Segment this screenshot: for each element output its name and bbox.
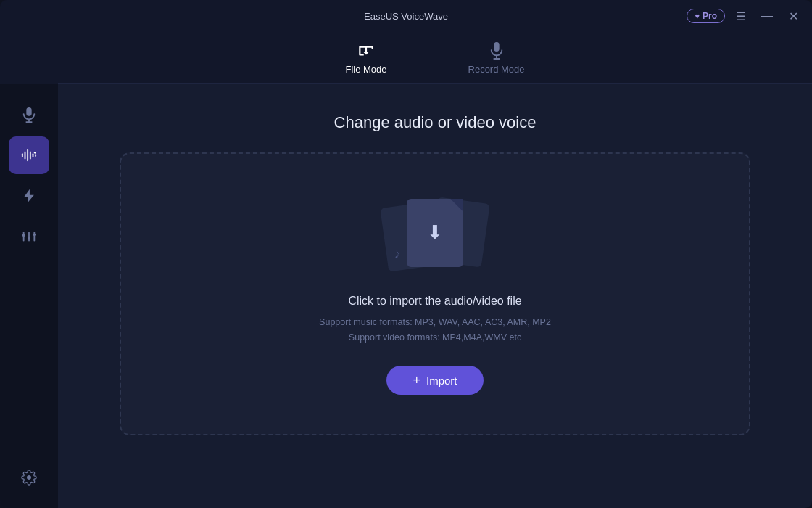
sidebar-item-microphone[interactable] <box>9 96 49 134</box>
pro-label: Pro <box>703 11 717 21</box>
sidebar-item-equalizer[interactable] <box>9 218 49 255</box>
svg-rect-13 <box>23 232 25 242</box>
waveform-icon <box>21 147 37 163</box>
tab-file-mode[interactable]: File Mode <box>334 35 398 81</box>
tab-record-mode[interactable]: Record Mode <box>457 35 536 81</box>
gear-icon <box>21 470 37 486</box>
svg-rect-9 <box>30 152 31 160</box>
sidebar-item-settings[interactable] <box>9 459 49 496</box>
svg-rect-3 <box>26 107 31 116</box>
svg-rect-7 <box>25 152 26 160</box>
tab-file-mode-label: File Mode <box>345 64 386 75</box>
flash-icon <box>21 188 37 204</box>
sidebar-item-effects[interactable] <box>9 177 49 215</box>
svg-rect-16 <box>28 237 30 240</box>
menu-icon: ☰ <box>736 9 746 23</box>
download-icon: ⬇ <box>427 221 443 244</box>
svg-point-12 <box>34 152 36 154</box>
svg-rect-6 <box>22 153 23 157</box>
menu-button[interactable]: ☰ <box>731 6 751 26</box>
drop-zone-title: Click to import the audio/video file <box>348 295 521 308</box>
svg-rect-8 <box>27 149 28 162</box>
svg-rect-11 <box>35 154 36 157</box>
microphone-icon <box>21 107 37 123</box>
page-title: Change audio or video voice <box>334 113 536 132</box>
record-mode-icon <box>486 41 507 61</box>
music-note-icon: ♪ <box>393 246 402 262</box>
pro-heart-icon: ♥ <box>695 12 700 20</box>
svg-rect-10 <box>33 153 34 157</box>
import-button-label: Import <box>426 374 457 387</box>
content-area: Change audio or video voice ♪ ⬇ Click to… <box>58 84 812 508</box>
close-icon: ✕ <box>789 9 798 23</box>
sidebar <box>0 84 58 508</box>
file-illustration: ♪ ⬇ <box>384 193 486 280</box>
svg-point-19 <box>27 475 31 480</box>
svg-rect-0 <box>494 42 499 52</box>
app-title: EasеUS VoiceWave <box>364 11 448 22</box>
title-bar: EasеUS VoiceWave ♥ Pro ☰ — ✕ <box>0 0 812 32</box>
drop-zone[interactable]: ♪ ⬇ Click to import the audio/video file… <box>120 152 750 435</box>
app-window: EasеUS VoiceWave ♥ Pro ☰ — ✕ F <box>0 0 812 508</box>
file-mode-icon <box>356 41 376 61</box>
drop-zone-subtitle-formats-video: Support video formats: MP4,M4A,WMV etc <box>349 330 521 345</box>
window-controls: ♥ Pro ☰ — ✕ <box>687 6 803 26</box>
sidebar-item-voice-changer[interactable] <box>9 136 49 174</box>
import-button[interactable]: + Import <box>386 366 483 395</box>
sliders-icon <box>21 229 37 245</box>
svg-rect-18 <box>33 233 36 236</box>
minimize-button[interactable]: — <box>757 6 777 26</box>
import-plus-icon: + <box>413 374 420 387</box>
close-button[interactable]: ✕ <box>783 6 803 26</box>
minimize-icon: — <box>761 9 773 22</box>
drop-zone-subtitle-formats-audio: Support music formats: MP3, WAV, AAC, AC… <box>319 315 551 330</box>
file-card-front: ⬇ <box>407 199 463 267</box>
svg-rect-14 <box>22 234 25 237</box>
tab-bar: File Mode Record Mode <box>58 32 812 84</box>
main-layout: Change audio or video voice ♪ ⬇ Click to… <box>0 84 812 508</box>
pro-badge[interactable]: ♥ Pro <box>687 9 725 23</box>
tab-record-mode-label: Record Mode <box>468 64 525 75</box>
